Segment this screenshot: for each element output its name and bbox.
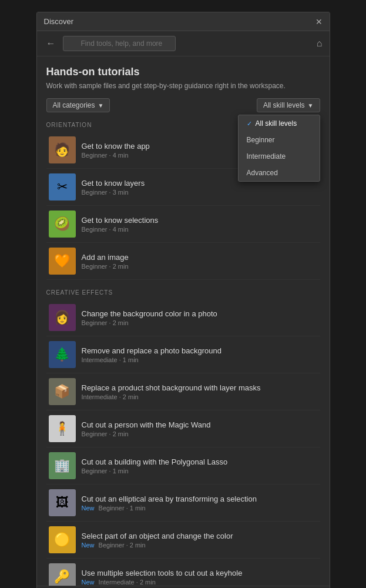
tutorial-meta: New Beginner · 1 min [82, 505, 257, 512]
filters-row: All categories ▼ All skill levels ▼ ✓ Al… [46, 98, 320, 112]
tutorial-title: Add an image [82, 253, 129, 262]
close-button[interactable]: ✕ [315, 18, 323, 26]
new-badge: New [82, 505, 95, 512]
tutorial-title: Get to know layers [82, 179, 145, 188]
tutorial-title: Select part of an object and change the … [82, 532, 233, 540]
tutorial-meta: Beginner · 3 min [82, 189, 145, 196]
tutorial-info: Cut out a person with the Magic Wand Beg… [82, 420, 211, 437]
window-title: Discover [44, 17, 74, 26]
new-badge: New [82, 579, 95, 586]
tutorial-info: Get to know the app Beginner · 4 min [82, 142, 150, 159]
home-button[interactable]: ⌂ [317, 38, 323, 49]
tutorial-item-magic-wand[interactable]: 🧍 Cut out a person with the Magic Wand B… [46, 410, 320, 447]
tutorial-info: Remove and replace a photo background In… [82, 346, 222, 363]
page-subtitle: Work with sample files and get step-by-s… [46, 82, 320, 90]
new-badge: New [82, 542, 95, 549]
skill-option-label: Beginner [247, 136, 275, 144]
check-icon: ✓ [247, 120, 252, 128]
skill-filter[interactable]: All skill levels ▼ [257, 98, 320, 112]
toolbar: ← 🔍 ⌂ [37, 31, 330, 56]
tutorial-info: Get to know layers Beginner · 3 min [82, 179, 145, 196]
tutorial-info: Cut out a building with the Polygonal La… [82, 457, 228, 475]
skill-option-label: All skill levels [256, 119, 297, 128]
tutorial-title: Get to know the app [82, 142, 150, 151]
tutorial-item-object-color[interactable]: 🟡 Select part of an object and change th… [46, 522, 320, 559]
tutorial-meta: Beginner · 1 min [82, 467, 228, 475]
tutorial-title: Change the background color in a photo [82, 309, 217, 318]
section-label-creative: CREATIVE EFFECTS [46, 289, 320, 296]
tutorial-info: Use multiple selection tools to cut out … [82, 569, 243, 586]
tutorial-item-keyhole[interactable]: 🔑 Use multiple selection tools to cut ou… [46, 559, 320, 586]
tutorial-thumbnail: 🧍 [49, 415, 76, 442]
tutorial-thumbnail: 🥝 [49, 211, 76, 238]
tutorial-item-building[interactable]: 🏢 Cut out a building with the Polygonal … [46, 447, 320, 485]
tutorial-meta: Beginner · 4 min [82, 226, 159, 233]
tutorial-item-elliptical[interactable]: 🖼 Cut out an elliptical area by transfor… [46, 485, 320, 522]
skill-option-all[interactable]: ✓ All skill levels [239, 115, 320, 132]
skill-label: All skill levels [263, 101, 305, 109]
content-area: Hands-on tutorials Work with sample file… [37, 56, 330, 586]
settings-row: ⚙ [37, 586, 330, 588]
skill-option-advanced[interactable]: Advanced [239, 165, 320, 181]
categories-label: All categories [53, 101, 95, 109]
tutorial-info: Change the background color in a photo B… [82, 309, 217, 326]
tutorial-meta: Beginner · 2 min [82, 430, 211, 437]
chevron-down-icon: ▼ [98, 102, 104, 109]
tutorial-meta: New Intermediate · 2 min [82, 579, 243, 586]
search-input[interactable] [63, 36, 176, 51]
tutorial-title: Replace a product shot background with l… [82, 383, 261, 392]
tutorial-title: Use multiple selection tools to cut out … [82, 569, 243, 577]
tutorial-thumbnail: 🏢 [49, 452, 76, 479]
tutorial-meta: Beginner · 4 min [82, 152, 150, 159]
tutorial-thumbnail: ✂ [49, 173, 76, 201]
search-wrapper: 🔍 [63, 36, 312, 51]
tutorial-meta: New Beginner · 2 min [82, 542, 233, 549]
tutorial-thumbnail: 🧡 [49, 248, 76, 275]
tutorial-thumbnail: 🟡 [49, 526, 76, 553]
tutorial-meta: Beginner · 2 min [82, 319, 217, 326]
categories-filter[interactable]: All categories ▼ [46, 98, 110, 112]
tutorial-item-remove-bg[interactable]: 🌲 Remove and replace a photo background … [46, 336, 320, 373]
skill-option-intermediate[interactable]: Intermediate [239, 148, 320, 165]
tutorial-title: Get to know selections [82, 216, 159, 225]
tutorial-thumbnail: 📦 [49, 378, 76, 405]
tutorial-title: Cut out a building with the Polygonal La… [82, 457, 228, 466]
tutorial-thumbnail: 👩 [49, 304, 76, 331]
tutorial-info: Add an image Beginner · 2 min [82, 253, 129, 270]
tutorial-title: Cut out a person with the Magic Wand [82, 420, 211, 429]
skill-option-beginner[interactable]: Beginner [239, 132, 320, 148]
discover-window: Discover ✕ ← 🔍 ⌂ Hands-on tutorials Work… [36, 12, 330, 588]
tutorial-thumbnail: 🧑 [49, 136, 76, 163]
tutorial-thumbnail: 🌲 [49, 341, 76, 368]
tutorial-info: Cut out an elliptical area by transformi… [82, 495, 257, 512]
tutorial-thumbnail: 🖼 [49, 489, 76, 516]
tutorial-thumbnail: 🔑 [49, 563, 76, 586]
tutorial-meta: Intermediate · 2 min [82, 393, 261, 400]
tutorial-meta: Beginner · 2 min [82, 263, 129, 270]
skill-option-label: Advanced [247, 169, 278, 177]
tutorial-info: Get to know selections Beginner · 4 min [82, 216, 159, 233]
tutorial-title: Cut out an elliptical area by transformi… [82, 495, 257, 503]
tutorial-meta: Intermediate · 1 min [82, 356, 222, 363]
tutorial-item-add-image[interactable]: 🧡 Add an image Beginner · 2 min [46, 243, 320, 280]
title-bar: Discover ✕ [37, 12, 330, 31]
tutorial-item-product-shot[interactable]: 📦 Replace a product shot background with… [46, 373, 320, 410]
skill-chevron-icon: ▼ [308, 102, 314, 109]
tutorial-info: Replace a product shot background with l… [82, 383, 261, 400]
tutorial-item-get-selections[interactable]: 🥝 Get to know selections Beginner · 4 mi… [46, 206, 320, 243]
tutorial-item-bg-color[interactable]: 👩 Change the background color in a photo… [46, 299, 320, 336]
back-button[interactable]: ← [44, 37, 58, 50]
skill-dropdown-menu: ✓ All skill levels Beginner Intermediate… [238, 115, 320, 182]
skill-option-label: Intermediate [247, 152, 286, 161]
page-title: Hands-on tutorials [46, 66, 320, 78]
tutorial-title: Remove and replace a photo background [82, 346, 222, 355]
tutorial-info: Select part of an object and change the … [82, 532, 233, 549]
